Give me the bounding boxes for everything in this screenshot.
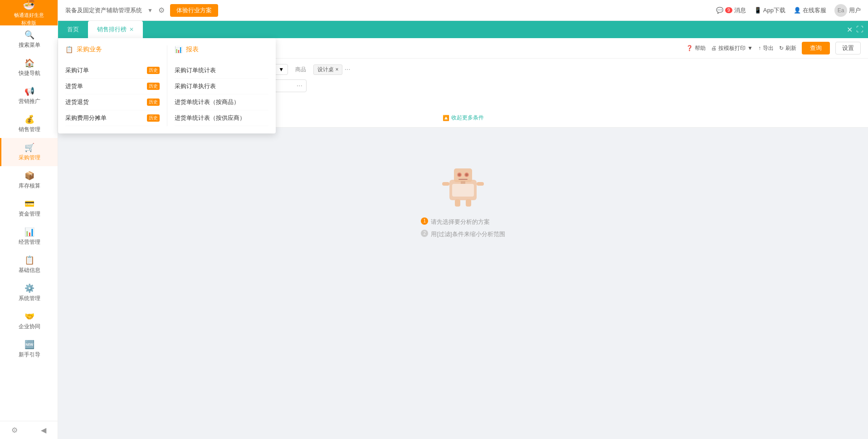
hint-1-text: 请先选择要分析的方案: [431, 217, 490, 227]
print-dropdown-icon[interactable]: ▼: [747, 45, 753, 51]
empty-illustration: [436, 164, 490, 209]
collapse-sidebar-icon[interactable]: ◀: [41, 426, 46, 434]
goods-tag[interactable]: 设计桌 ×: [313, 64, 342, 75]
goods-in-stat-supplier-label: 进货单统计表（按供应商）: [175, 114, 245, 122]
sales-icon: 💰: [24, 114, 34, 124]
empty-state: 1 请先选择要分析的方案 2 用[过滤]条件来缩小分析范围: [58, 128, 868, 276]
user-item[interactable]: Ea 用户: [834, 4, 861, 17]
svg-rect-12: [466, 199, 471, 207]
tabbar-expand-icon[interactable]: ⛶: [856, 25, 863, 34]
industry-btn[interactable]: 体验行业方案: [170, 4, 218, 17]
help-btn[interactable]: ❓ 帮助: [686, 44, 706, 52]
dropdown-item-purchase-order-exec[interactable]: 采购订单执行表: [175, 79, 269, 94]
purchase-expense-history: 历史: [147, 114, 160, 122]
header-right: 💬 9 消息 📱 App下载 👤 在线客服 Ea 用户: [716, 4, 861, 17]
sidebar-label-guide: 新手引导: [19, 351, 40, 359]
sidebar-item-inventory[interactable]: 📦 库存核算: [0, 166, 58, 194]
settings-btn[interactable]: 设置: [835, 42, 861, 54]
home-icon: 🏠: [24, 58, 34, 68]
dropdown-item-goods-in[interactable]: 进货单 历史: [65, 79, 160, 94]
sidebar-label-operations: 经营管理: [19, 238, 40, 246]
basic-info-icon: 📋: [24, 255, 34, 265]
dropdown-item-goods-in-stat-supplier[interactable]: 进货单统计表（按供应商）: [175, 110, 269, 126]
sidebar-item-search[interactable]: 🔍 搜索菜单: [0, 25, 58, 54]
goods-return-label: 进货退货: [65, 98, 89, 106]
query-btn[interactable]: 查询: [802, 42, 830, 54]
dropdown-item-goods-in-stat-goods[interactable]: 进货单统计表（按商品）: [175, 94, 269, 110]
dropdown-purchase-header: 📋 采购业务: [65, 45, 160, 57]
sidebar-label-finance: 资金管理: [19, 210, 40, 218]
sidebar-item-basic-info[interactable]: 📋 基础信息: [0, 251, 58, 279]
enterprise-icon: 🤝: [24, 311, 34, 321]
service-item[interactable]: 👤 在线客服: [794, 6, 826, 15]
tab-home[interactable]: 首页: [58, 21, 88, 38]
toolbar-right: ❓ 帮助 🖨 按模板打印 ▼ ↑ 导出 ↻ 刷新 查询 设置: [686, 42, 861, 54]
dropdown-item-goods-return[interactable]: 进货退货 历史: [65, 94, 160, 110]
purchase-order-stat-label: 采购订单统计表: [175, 66, 216, 74]
sidebar-item-sales[interactable]: 💰 销售管理: [0, 110, 58, 138]
svg-point-5: [465, 173, 468, 176]
sidebar: 🍜 畅通道好生意 标准版 🔍 搜索菜单 🏠 快捷导航 📢 营销推广 💰 销售管理…: [0, 0, 58, 439]
collapse-filter-btn[interactable]: 🔼 收起更多条件: [443, 114, 484, 122]
print-label: 按模板打印: [718, 44, 746, 52]
export-btn[interactable]: ↑ 导出: [758, 44, 774, 52]
purchase-icon: 🛒: [24, 143, 34, 153]
message-item[interactable]: 💬 9 消息: [716, 6, 746, 15]
sidebar-label-quick-nav: 快捷导航: [19, 69, 40, 77]
purchase-dropdown-menu: 📋 采购业务 采购订单 历史 进货单 历史 进货退货 历史 采购费用分摊单 历史: [58, 38, 276, 133]
sidebar-item-guide[interactable]: 🆕 新手引导: [0, 335, 58, 363]
system-dropdown-icon[interactable]: ▼: [147, 7, 153, 14]
app-label: App下载: [763, 6, 785, 15]
dropdown-item-purchase-expense[interactable]: 采购费用分摊单 历史: [65, 110, 160, 126]
purchase-order-exec-label: 采购订单执行表: [175, 82, 216, 90]
service-label: 在线客服: [803, 6, 826, 15]
tab-close-icon[interactable]: ✕: [129, 26, 134, 33]
refresh-label: 刷新: [785, 44, 796, 52]
refresh-btn[interactable]: ↻ 刷新: [779, 44, 796, 52]
sidebar-item-marketing[interactable]: 📢 营销推广: [0, 82, 58, 110]
tab-sales-rank[interactable]: 销售排行榜 ✕: [88, 21, 143, 38]
collapse-icon: 🔼: [443, 115, 449, 121]
svg-rect-9: [442, 182, 449, 186]
goods-more[interactable]: ···: [344, 65, 350, 74]
dropdown-cols: 📋 采购业务 采购订单 历史 进货单 历史 进货退货 历史 采购费用分摊单 历史: [58, 45, 276, 126]
inventory-icon: 📦: [24, 171, 34, 181]
header-settings-icon[interactable]: ⚙: [158, 6, 165, 15]
goods-label: 商品: [295, 66, 306, 74]
sidebar-item-enterprise[interactable]: 🤝 企业协同: [0, 307, 58, 335]
report-header-title: 报表: [186, 45, 199, 54]
dropdown-item-purchase-order[interactable]: 采购订单 历史: [65, 63, 160, 79]
sidebar-item-purchase[interactable]: 🛒 采购管理: [0, 138, 58, 166]
sidebar-item-system[interactable]: ⚙️ 系统管理: [0, 279, 58, 307]
goods-filter: 设计桌 × ···: [313, 64, 351, 75]
dropdown-item-purchase-order-stat[interactable]: 采购订单统计表: [175, 63, 269, 79]
hint-2: 2 用[过滤]条件来缩小分析范围: [421, 229, 505, 239]
message-icon: 💬: [716, 7, 723, 14]
header: 装备及固定资产辅助管理系统 ▼ ⚙ 体验行业方案 💬 9 消息 📱 App下载 …: [58, 0, 868, 21]
sidebar-item-operations[interactable]: 📊 经营管理: [0, 222, 58, 251]
purchase-header-title: 采购业务: [77, 45, 102, 54]
sidebar-item-quick-nav[interactable]: 🏠 快捷导航: [0, 54, 58, 82]
hint-2-text: 用[过滤]条件来缩小分析范围: [431, 229, 505, 239]
print-btn[interactable]: 🖨 按模板打印 ▼: [711, 44, 753, 52]
refresh-icon: ↻: [779, 45, 784, 51]
tab-home-label: 首页: [67, 25, 79, 34]
tabbar-close-icon[interactable]: ✕: [847, 25, 853, 34]
settings-bottom-icon[interactable]: ⚙: [11, 426, 18, 434]
tabbar: 首页 销售排行榜 ✕ ✕ ⛶: [58, 21, 868, 38]
search-icon: 🔍: [24, 30, 34, 40]
sidebar-label-purchase: 采购管理: [19, 154, 40, 162]
goods-in-stat-goods-label: 进货单统计表（按商品）: [175, 98, 239, 106]
dropdown-col-report: 📊 报表 采购订单统计表 采购订单执行表 进货单统计表（按商品） 进货单统计表（…: [167, 45, 276, 126]
dropdown-report-header: 📊 报表: [175, 45, 269, 57]
doc-status-dropdown: ▼: [278, 66, 284, 73]
operations-icon: 📊: [24, 227, 34, 237]
salesperson-more[interactable]: ···: [297, 82, 302, 90]
sidebar-item-finance[interactable]: 💳 资金管理: [0, 194, 58, 222]
app-download-item[interactable]: 📱 App下载: [754, 6, 785, 15]
guide-icon: 🆕: [24, 340, 34, 350]
system-name: 装备及固定资产辅助管理系统: [65, 6, 142, 15]
goods-return-history: 历史: [147, 99, 160, 106]
report-header-icon: 📊: [175, 46, 182, 53]
logo-icon: 🍜: [23, 0, 35, 11]
